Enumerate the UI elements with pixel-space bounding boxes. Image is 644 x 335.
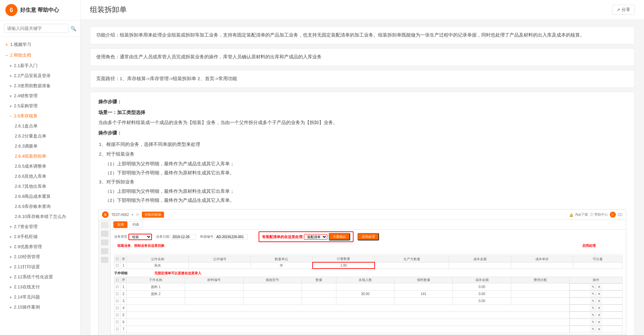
nav-sub-213[interactable]: + 2.13在线支付 — [9, 282, 80, 292]
nav-sub-210[interactable]: + 2.10经营管理 — [9, 252, 80, 262]
cr5-check[interactable]: ☐ — [114, 312, 120, 319]
cr6-check[interactable]: ☐ — [114, 319, 120, 326]
cr5-edit-icon[interactable]: ✎ — [590, 313, 596, 318]
app-nav-button[interactable]: 切换到新版 — [142, 212, 164, 218]
child-row-2: ☐ 2 面料 2 30.00 141 0. — [114, 290, 623, 297]
parent-avail-1[interactable] — [573, 262, 622, 269]
nav-group-title-1[interactable]: + 1.视频学习 — [0, 39, 80, 50]
share-button[interactable]: ↗ 分享 — [612, 5, 635, 15]
cr7-delete-icon[interactable]: ✕ — [596, 327, 602, 332]
cr2-name[interactable]: 面料 2 — [127, 290, 185, 297]
cr1-fee[interactable] — [511, 283, 570, 291]
nav-item-268[interactable]: 2.6.8商品成本重算 — [15, 191, 80, 202]
nav-item-2610[interactable]: 2.6.10库存账本错了怎么办 — [15, 212, 80, 222]
cr3-spec[interactable] — [243, 297, 302, 304]
cr3-unissued[interactable] — [336, 297, 394, 304]
confirm-select[interactable]: 装配清单 — [304, 234, 327, 240]
cr3-check[interactable]: ☐ — [114, 297, 120, 304]
cr2-issued[interactable]: 141 — [394, 290, 453, 297]
cr1-edit-icon[interactable]: ✎ — [590, 284, 596, 289]
parent-code-1[interactable] — [189, 262, 251, 269]
cr1-name[interactable]: 面料 1 — [127, 283, 185, 291]
cr1-issued[interactable] — [394, 283, 453, 291]
th-prod-qty: 生产方数量 — [375, 256, 449, 263]
cr2-edit-icon[interactable]: ✎ — [590, 291, 596, 296]
cr7-check[interactable]: ☐ — [114, 326, 120, 333]
cr3-issued[interactable] — [394, 297, 453, 304]
cr3-edit-icon[interactable]: ✎ — [590, 298, 596, 303]
nav-group-title-2[interactable]: − 2.帮助文档 — [0, 50, 80, 61]
cr3-code[interactable] — [185, 297, 243, 304]
step-1: 1、根据不同的业务，选择不同单据的类型来处理 — [98, 141, 626, 149]
nav-sub-25[interactable]: + 2.5采购管理 — [9, 101, 80, 111]
expand-sub-22: + — [9, 73, 12, 78]
cr1-qty[interactable] — [302, 283, 336, 291]
parent-qty-1[interactable]: 1.00 — [313, 262, 375, 269]
cth-issued: 领料数量 — [394, 277, 453, 283]
nav-item-264[interactable]: 2.6.4组装拆卸单 — [15, 151, 80, 161]
cr1-delete-icon[interactable]: ✕ — [596, 284, 602, 289]
cr2-delete-icon[interactable]: ✕ — [596, 291, 602, 296]
nav-sub-27[interactable]: + 2.7资金管理 — [9, 222, 80, 232]
nav-item-262[interactable]: 2.6.2分量盘点单 — [15, 131, 80, 141]
cr4-edit-icon[interactable]: ✎ — [590, 305, 596, 311]
cth-qty: 数量 — [302, 277, 336, 283]
nav-item-261[interactable]: 2.6.1盘点单 — [15, 121, 80, 131]
nav-sub-21[interactable]: + 2.1新手入门 — [9, 61, 80, 71]
search-input[interactable] — [4, 24, 68, 33]
bill-input[interactable] — [214, 234, 248, 239]
nav-item-263[interactable]: 2.6.3调拨单 — [15, 141, 80, 151]
nav-item-265[interactable]: 2.6.5成本调整单 — [15, 161, 80, 171]
cr1-check[interactable]: ☐ — [114, 283, 120, 291]
nav-sub-24[interactable]: + 2.4销售管理 — [9, 91, 80, 101]
cr5-delete-icon[interactable]: ✕ — [596, 313, 602, 318]
nav-item-267[interactable]: 2.6.7其他出库单 — [15, 181, 80, 191]
nav-item-269[interactable]: 2.6.9库存账本查询 — [15, 202, 80, 212]
cr3-qty[interactable] — [302, 297, 336, 304]
confirm-button[interactable]: 方案确认 — [329, 233, 350, 240]
cr1-unissued[interactable] — [336, 283, 394, 291]
cr3-cost: 0.00 — [453, 297, 511, 304]
nav-sub-22[interactable]: + 2.2产品安装及登录 — [9, 71, 80, 81]
parent-check-1[interactable]: ☐ — [114, 262, 120, 269]
th-check-0: ☐ — [114, 256, 120, 263]
nav-sub-214[interactable]: + 2.14常见问题 — [9, 292, 80, 302]
cr1-spec[interactable] — [243, 283, 302, 291]
cr2-check[interactable]: ☐ — [114, 290, 120, 297]
app-tab-list[interactable]: 列表 — [129, 221, 143, 228]
search-icon[interactable]: 🔍 — [70, 26, 76, 31]
parent-cost-amt-1[interactable] — [449, 262, 511, 269]
cr2-qty[interactable] — [302, 290, 336, 297]
cth-cost-amt: 成本金额 — [453, 277, 511, 283]
cr3-name[interactable] — [127, 297, 185, 304]
cr2-fee[interactable] — [511, 290, 570, 297]
nav-list: + 1.视频学习 − 2.帮助文档 + 2.1新手入门 + 2.2产品安装及登录 — [0, 37, 80, 335]
nav-sub-26[interactable]: − 2.6库存核算 — [9, 111, 80, 121]
nav-sub-211[interactable]: + 2.11打印设置 — [9, 262, 80, 272]
parent-cost-unit-1[interactable] — [511, 262, 573, 269]
nav-sub-212[interactable]: + 2.12系统个性化设置 — [9, 272, 80, 282]
cr2-code[interactable] — [185, 290, 243, 297]
cr2-unissued[interactable]: 30.00 — [336, 290, 394, 297]
cr1-code[interactable] — [185, 283, 243, 291]
parent-unit-1[interactable]: 件 — [251, 262, 313, 269]
cr7-edit-icon[interactable]: ✎ — [590, 327, 596, 332]
cr2-spec[interactable] — [243, 290, 302, 297]
cr4-check[interactable]: ☐ — [114, 304, 120, 312]
app-tab-new[interactable]: 新增 — [113, 221, 127, 228]
cr3-delete-icon[interactable]: ✕ — [596, 298, 602, 303]
date-input[interactable] — [170, 234, 196, 239]
nav-sub-28[interactable]: + 2.8手机旺铺 — [9, 232, 80, 242]
enable-button[interactable]: 启用处理 — [358, 233, 379, 240]
type-select[interactable]: 组装 — [128, 234, 152, 240]
cr3-fee[interactable] — [511, 297, 570, 304]
cr6-delete-icon[interactable]: ✕ — [596, 320, 602, 325]
parent-prod-1[interactable] — [375, 262, 449, 269]
parent-name-1[interactable]: 风衣 — [127, 262, 189, 269]
cr6-edit-icon[interactable]: ✎ — [590, 320, 596, 325]
cr4-delete-icon[interactable]: ✕ — [596, 305, 602, 311]
nav-item-266[interactable]: 2.6.6其他入库单 — [15, 171, 80, 181]
nav-sub-23[interactable]: + 2.3使用前数据准备 — [9, 81, 80, 91]
nav-sub-215[interactable]: + 2.15操作案例 — [9, 302, 80, 312]
nav-sub-29[interactable]: + 2.9优惠券管理 — [9, 242, 80, 252]
